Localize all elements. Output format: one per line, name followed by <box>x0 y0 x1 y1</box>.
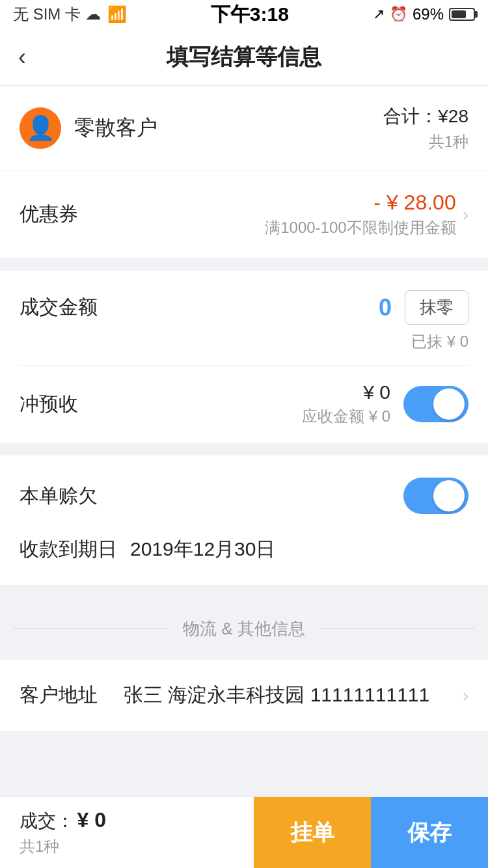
address-row[interactable]: 客户地址 张三 海淀永丰科技园 11111111111 › <box>0 660 488 731</box>
due-date-label: 收款到期日 <box>20 536 117 563</box>
prepay-amount: ¥ 0 应收金额 ¥ 0 <box>302 381 390 427</box>
alarm-icon: ⏰ <box>390 6 407 23</box>
address-chevron-icon: › <box>463 685 468 706</box>
chevron-right-icon: › <box>463 204 468 225</box>
total-sub: 共1种 <box>383 131 468 152</box>
bottom-deal-sub: 共1种 <box>20 836 254 857</box>
back-button[interactable]: ‹ <box>18 44 26 71</box>
bottom-deal-label: 成交： <box>20 811 74 831</box>
already-rounded-text: 已抹 ¥ 0 <box>0 331 488 365</box>
prepay-amount-sub: 应收金额 ¥ 0 <box>302 406 390 427</box>
prepay-right: ¥ 0 应收金额 ¥ 0 <box>302 381 468 427</box>
page-title: 填写结算等信息 <box>167 42 321 72</box>
logistics-divider: 物流 & 其他信息 <box>0 604 488 653</box>
customer-card: 👤 零散客户 合计：¥28 共1种 优惠券 - ¥ 28.00 满1000-10… <box>0 86 488 258</box>
no-sim-text: 无 SIM 卡 ☁ <box>13 4 101 25</box>
prepay-toggle[interactable] <box>403 386 468 422</box>
logistics-text: 物流 & 其他信息 <box>183 617 305 640</box>
round-zero-button[interactable]: 抹零 <box>405 290 468 325</box>
avatar: 👤 <box>20 107 61 149</box>
bottom-bar: 成交： ¥ 0 共1种 挂单 保存 <box>0 796 488 868</box>
prepay-label: 冲预收 <box>20 391 78 418</box>
coupon-label: 优惠券 <box>20 201 78 228</box>
bottom-deal-amount: ¥ 0 <box>77 808 105 832</box>
address-card: 客户地址 张三 海淀永丰科技园 11111111111 › <box>0 660 488 731</box>
debt-label: 本单赊欠 <box>20 483 98 509</box>
coupon-row[interactable]: 优惠券 - ¥ 28.00 满1000-100不限制使用金额 › <box>0 170 488 258</box>
address-label: 客户地址 <box>20 682 124 709</box>
nav-bar: ‹ 填写结算等信息 <box>0 29 488 86</box>
amount-row: 成交金额 0 抹零 <box>0 271 488 331</box>
logistics-line-right <box>318 629 475 629</box>
amount-right: 0 抹零 <box>379 290 468 325</box>
logistics-section: 物流 & 其他信息 <box>0 598 488 660</box>
toggle-knob <box>433 388 465 420</box>
deal-amount-label: 成交金额 <box>20 294 98 321</box>
due-date-value: 2019年12月30日 <box>130 536 275 563</box>
total-label: 合计：¥28 <box>383 104 468 129</box>
prepay-amount-main: ¥ 0 <box>302 381 390 403</box>
coupon-amount: - ¥ 28.00 <box>265 191 455 215</box>
hang-order-button[interactable]: 挂单 <box>254 797 371 869</box>
prepay-row: 冲预收 ¥ 0 应收金额 ¥ 0 <box>0 366 488 442</box>
status-bar: 无 SIM 卡 ☁ 📶 下午3:18 ↗ ⏰ 69% <box>0 0 488 29</box>
status-left: 无 SIM 卡 ☁ 📶 <box>13 4 127 25</box>
customer-name: 零散客户 <box>74 114 157 142</box>
bottom-info: 成交： ¥ 0 共1种 <box>0 808 254 857</box>
content: 👤 零散客户 合计：¥28 共1种 优惠券 - ¥ 28.00 满1000-10… <box>0 86 488 822</box>
customer-total: 合计：¥28 共1种 <box>383 104 468 152</box>
save-button[interactable]: 保存 <box>371 797 488 869</box>
debt-toggle[interactable] <box>403 478 468 514</box>
debt-card: 本单赊欠 收款到期日 2019年12月30日 <box>0 455 488 585</box>
location-icon: ↗ <box>373 6 385 23</box>
deal-amount-card: 成交金额 0 抹零 已抹 ¥ 0 冲预收 ¥ 0 应收金额 ¥ 0 <box>0 271 488 442</box>
coupon-desc: 满1000-100不限制使用金额 <box>265 217 455 238</box>
avatar-icon: 👤 <box>26 115 55 142</box>
date-row: 收款到期日 2019年12月30日 <box>0 536 488 585</box>
debt-row: 本单赊欠 <box>0 455 488 536</box>
wifi-icon: 📶 <box>107 5 127 23</box>
address-value: 张三 海淀永丰科技园 11111111111 <box>124 682 456 709</box>
coupon-right: - ¥ 28.00 满1000-100不限制使用金额 <box>265 191 455 238</box>
battery-percent: 69% <box>413 5 444 23</box>
customer-row: 👤 零散客户 合计：¥28 共1种 <box>0 86 488 170</box>
debt-toggle-knob <box>433 480 465 511</box>
battery-icon <box>449 8 475 21</box>
bottom-deal-row: 成交： ¥ 0 <box>20 808 254 834</box>
status-time: 下午3:18 <box>211 1 289 28</box>
deal-amount-value[interactable]: 0 <box>379 294 392 321</box>
customer-left: 👤 零散客户 <box>20 107 157 149</box>
logistics-line-left <box>13 629 170 629</box>
status-right: ↗ ⏰ 69% <box>373 5 475 23</box>
